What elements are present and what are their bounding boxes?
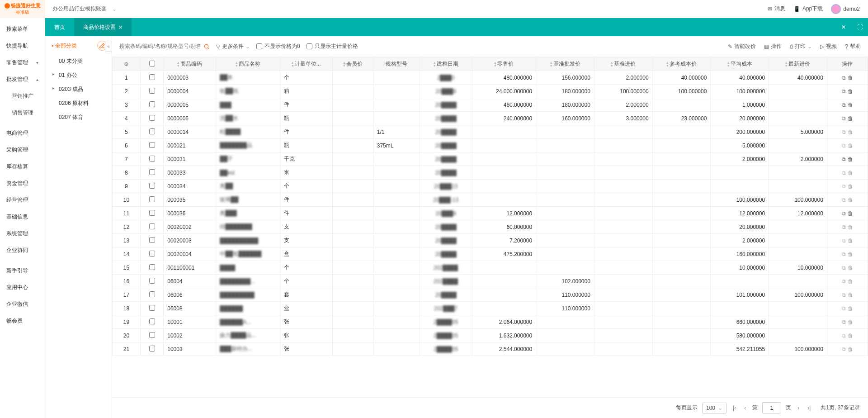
nav-item[interactable]: 采购管理 — [0, 142, 45, 158]
nav-item[interactable]: 销售管理 — [0, 104, 45, 121]
operations-button[interactable]: ▦操作 — [764, 43, 782, 50]
table-row[interactable]: 40000006洗██水瓶20████240.000000160.0000003… — [113, 112, 868, 125]
nav-item[interactable]: 经营管理 — [0, 192, 45, 209]
delete-icon[interactable]: 🗑 — [848, 238, 853, 244]
delete-icon[interactable]: 🗑 — [848, 197, 853, 203]
table-row[interactable]: 30000005███件20████480.000000180.0000002.… — [113, 98, 868, 112]
table-row[interactable]: 20000004收██纸箱20███824,000.000000180.0000… — [113, 85, 868, 98]
delete-icon[interactable]: 🗑 — [848, 88, 853, 95]
row-checkbox[interactable] — [149, 346, 155, 352]
search-input[interactable] — [119, 43, 201, 49]
copy-icon[interactable]: ⧉ — [842, 278, 846, 285]
category-item[interactable]: 0206 原材料 — [45, 96, 112, 110]
help-button[interactable]: ?帮助 — [845, 43, 861, 50]
more-filters-button[interactable]: ▽更多条件⌄ — [216, 43, 250, 50]
table-row[interactable]: 2010002扬力████品...张2████051,632.000000580… — [113, 329, 868, 342]
category-item[interactable]: 00 未分类 — [45, 54, 112, 68]
row-checkbox[interactable] — [149, 210, 155, 216]
delete-icon[interactable]: 🗑 — [848, 332, 853, 339]
nav-item[interactable]: 系统管理 — [0, 225, 45, 242]
col-retail[interactable]: ▴▾零售价 — [472, 57, 536, 71]
col-member[interactable]: ▴▾会员价 — [332, 57, 373, 71]
fullscreen-button[interactable]: ⛶ — [852, 18, 868, 36]
row-checkbox[interactable] — [149, 169, 155, 175]
nav-item[interactable]: 批发管理▴ — [0, 71, 45, 88]
col-refcost[interactable]: ▴▾参考成本价 — [652, 57, 711, 71]
nav-item[interactable]: 零售管理▾ — [0, 54, 45, 71]
row-checkbox[interactable] — [149, 237, 155, 243]
copy-icon[interactable]: ⧉ — [842, 129, 846, 135]
copy-icon[interactable]: ⧉ — [842, 305, 846, 312]
delete-icon[interactable]: 🗑 — [848, 319, 853, 325]
col-latest[interactable]: ▴▾最新进价 — [769, 57, 827, 71]
close-icon[interactable]: ✕ — [118, 24, 123, 30]
table-row[interactable]: 7000031██子千克20████2.0000002.000000⧉🗑 — [113, 152, 868, 166]
main-uom-only-checkbox[interactable]: 只显示主计量价格 — [307, 43, 358, 50]
delete-icon[interactable]: 🗑 — [848, 265, 853, 271]
col-created[interactable]: ▴▾建档日期 — [420, 57, 472, 71]
nav-item[interactable]: 企业协同 — [0, 242, 45, 259]
row-checkbox[interactable] — [149, 264, 155, 270]
nav-item[interactable]: 畅会员 — [0, 313, 45, 329]
copy-icon[interactable]: ⧉ — [842, 102, 846, 108]
row-checkbox[interactable] — [149, 128, 155, 134]
delete-icon[interactable]: 🗑 — [848, 129, 853, 135]
copy-icon[interactable]: ⧉ — [842, 75, 846, 81]
prev-page-button[interactable]: ‹ — [742, 405, 748, 411]
table-row[interactable]: 8000033██est米20████⧉🗑 — [113, 166, 868, 180]
delete-icon[interactable]: 🗑 — [848, 210, 853, 217]
col-gear[interactable]: ⚙ — [113, 57, 141, 71]
delete-icon[interactable]: 🗑 — [848, 183, 853, 190]
copy-icon[interactable]: ⧉ — [842, 210, 846, 217]
table-row[interactable]: 9000034奥██个20███23⧉🗑 — [113, 180, 868, 193]
first-page-button[interactable]: |‹ — [731, 405, 738, 411]
copy-icon[interactable]: ⧉ — [842, 183, 846, 190]
smart-price-button[interactable]: ✎智能改价 — [728, 43, 756, 50]
nav-item[interactable]: 新手引导 — [0, 262, 45, 279]
close-all-tabs-button[interactable]: ✕ — [835, 18, 852, 36]
category-item[interactable]: 0207 体育 — [45, 110, 112, 124]
per-page-select[interactable]: 100⌄ — [702, 403, 726, 413]
copy-icon[interactable]: ⧉ — [842, 115, 846, 122]
last-page-button[interactable]: ›| — [806, 405, 812, 411]
nav-item[interactable]: 营销推广 — [0, 88, 45, 104]
search-box[interactable] — [119, 43, 210, 50]
col-spec[interactable]: 规格型号 — [373, 57, 420, 71]
video-button[interactable]: ▷视频 — [820, 43, 837, 50]
table-row[interactable]: 1400020004中██笔██████盒20████475.200000160… — [113, 247, 868, 261]
nav-item[interactable]: 企业微信 — [0, 296, 45, 313]
page-input[interactable] — [762, 402, 781, 413]
table-row[interactable]: 15001100001████个202████10.00000010.00000… — [113, 261, 868, 275]
row-checkbox[interactable] — [149, 291, 155, 297]
row-checkbox[interactable] — [149, 318, 155, 324]
row-checkbox[interactable] — [149, 183, 155, 189]
delete-icon[interactable]: 🗑 — [848, 224, 853, 230]
copy-icon[interactable]: ⧉ — [842, 88, 846, 95]
row-checkbox[interactable] — [149, 156, 155, 162]
copy-icon[interactable]: ⧉ — [842, 142, 846, 149]
category-root[interactable]: ▪ 全部分类 — [52, 42, 77, 50]
table-row[interactable]: 1200020002得███████支20████60.00000020.000… — [113, 220, 868, 234]
delete-icon[interactable]: 🗑 — [848, 251, 853, 257]
row-checkbox[interactable] — [149, 115, 155, 121]
table-row[interactable]: 10000003██本个2███0480.000000156.0000002.0… — [113, 71, 868, 85]
copy-icon[interactable]: ⧉ — [842, 170, 846, 176]
delete-icon[interactable]: 🗑 — [848, 156, 853, 162]
copy-icon[interactable]: ⧉ — [842, 251, 846, 257]
delete-icon[interactable]: 🗑 — [848, 278, 853, 285]
row-checkbox[interactable] — [149, 88, 155, 94]
delete-icon[interactable]: 🗑 — [848, 346, 853, 352]
messages-link[interactable]: ✉消息 — [768, 5, 785, 13]
col-name[interactable]: ▴▾商品名称 — [216, 57, 280, 71]
nav-item[interactable]: 应用中心 — [0, 279, 45, 296]
col-code[interactable]: ▴▾商品编码 — [164, 57, 216, 71]
row-checkbox[interactable] — [149, 196, 155, 202]
tab-price-settings[interactable]: 商品价格设置 ✕ — [74, 18, 132, 36]
copy-icon[interactable]: ⧉ — [842, 319, 846, 325]
delete-icon[interactable]: 🗑 — [848, 102, 853, 108]
user-menu[interactable]: demo2 — [831, 4, 860, 14]
row-checkbox[interactable] — [149, 223, 155, 229]
nav-item[interactable]: 基础信息 — [0, 209, 45, 225]
copy-icon[interactable]: ⧉ — [842, 346, 846, 352]
category-item[interactable]: ▸01 办公 — [45, 68, 112, 82]
